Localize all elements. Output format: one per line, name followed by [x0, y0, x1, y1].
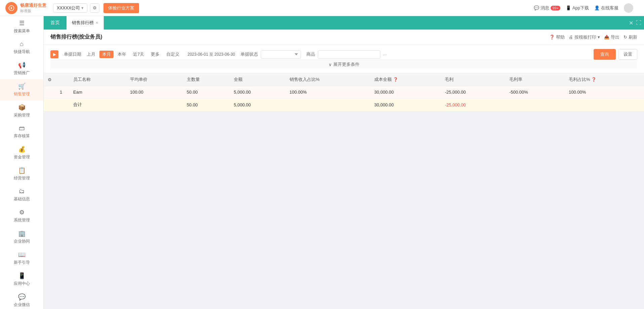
rank-cell: 1 — [56, 86, 69, 98]
query-button[interactable]: 查询 — [594, 49, 616, 60]
content-area: 首页 销售排行榜 × ✕ ⛶ 销售排行榜(按业务员) — [44, 16, 644, 309]
search-order-icon: ☰ — [19, 19, 25, 27]
print-button[interactable]: 🖨 按模板打印 ▾ — [569, 34, 600, 40]
online-service-button[interactable]: 👤 在线客服 — [594, 5, 618, 11]
col-sales-pct: 销售收入占比% — [286, 73, 370, 86]
total-avg-price-cell — [126, 98, 183, 111]
sidebar-item-system[interactable]: ⚙ 系统管理 — [0, 205, 43, 226]
date-filter: 单据日期 上月 本月 本年 近7天 更多 自定义 — [64, 51, 182, 58]
col-emp-name: 员工名称 — [69, 73, 126, 86]
date-tab-this-year[interactable]: 本年 — [115, 51, 129, 58]
wechat-icon: 💬 — [18, 293, 26, 301]
gear-button[interactable]: ⚙ — [90, 3, 99, 13]
top-bar-right: 💬 消息 99+ 📱 App下载 👤 在线客服 — [534, 3, 639, 13]
col-avg-price: 平均单价 — [126, 73, 183, 86]
export-button[interactable]: 📤 导出 — [604, 34, 619, 40]
basic-info-icon: 🗂 — [19, 188, 25, 195]
quick-nav-icon: ⌂ — [20, 41, 24, 48]
sidebar-item-sales[interactable]: 🛒 销售管理 — [0, 79, 43, 100]
col-settings[interactable]: ⚙ — [44, 73, 56, 86]
gross-rate-cell: -500.00% — [505, 86, 565, 98]
enterprise-icon: 🏢 — [18, 230, 26, 237]
qty-cell: 50.00 — [183, 86, 230, 98]
table-wrapper: ⚙ 员工名称 平均单价 主数量 全额 销售收入占比% 成本全额 ❓ 毛利 — [44, 73, 644, 111]
sidebar-item-enterprise[interactable]: 🏢 企业协同 — [0, 226, 43, 248]
sidebar-item-search-order[interactable]: ☰ 搜索菜单 — [0, 16, 43, 37]
message-button[interactable]: 💬 消息 99+ — [534, 5, 560, 11]
logo-area: 畅康通好生意 标准版 — [5, 2, 46, 14]
sidebar-item-app-center[interactable]: 📱 应用中心 — [0, 269, 43, 290]
help-icon: ❓ — [549, 35, 555, 40]
tab-home[interactable]: 首页 — [44, 16, 67, 30]
sidebar-item-business[interactable]: 📋 经营管理 — [0, 163, 43, 185]
sidebar-item-guide[interactable]: 📖 新手引导 — [0, 248, 43, 269]
filter-area: ▶ 单据日期 上月 本月 本年 近7天 更多 — [44, 45, 644, 73]
sidebar-item-basic-info[interactable]: 🗂 基础信息 — [0, 185, 43, 205]
guide-icon: 📖 — [18, 251, 26, 258]
total-gross-pct-cell — [565, 98, 644, 111]
trial-button[interactable]: 体验行业方案 — [103, 3, 139, 13]
avatar[interactable] — [624, 3, 633, 13]
col-cost-amount: 成本全额 ❓ — [370, 73, 441, 86]
page-inner: 销售排行榜(按业务员) ❓ 帮助 🖨 按模板打印 ▾ — [44, 30, 644, 111]
total-gross-profit-cell: -25,000.00 — [441, 98, 505, 111]
col-rank — [56, 73, 69, 86]
total-row: 合计 50.00 5,000.00 30,000.00 -25,000.00 — [44, 98, 644, 111]
date-tab-more[interactable]: 更多 — [148, 51, 162, 58]
total-rank-cell — [56, 98, 69, 111]
tab-close-icon[interactable]: × — [96, 20, 98, 25]
company-selector[interactable]: XXXXX公司 ▾ — [53, 3, 87, 13]
tab-bar: 首页 销售排行榜 × ✕ ⛶ — [44, 16, 644, 30]
filter-toggle-icon: ▶ — [53, 52, 56, 57]
expand-icon: ∨ — [329, 62, 332, 67]
sidebar-item-inventory[interactable]: 🗃 库存核算 — [0, 121, 43, 142]
sidebar-item-wechat[interactable]: 💬 企业微信 — [0, 290, 43, 309]
page-title: 销售排行榜(按业务员) — [50, 34, 102, 41]
tab-bar-right: ✕ ⛶ — [629, 20, 644, 26]
expand-more-button[interactable]: ∨ 展开更多条件 — [329, 61, 359, 67]
cost-help-icon[interactable]: ❓ — [393, 77, 398, 82]
sidebar-item-quick-nav[interactable]: ⌂ 快捷导航 — [0, 37, 43, 58]
goods-input[interactable] — [318, 50, 380, 59]
status-select[interactable] — [261, 50, 301, 59]
export-icon: 📤 — [604, 35, 609, 40]
more-dots[interactable]: ··· — [383, 52, 387, 57]
tab-sales-ranking[interactable]: 销售排行榜 × — [67, 16, 104, 30]
col-qty: 主数量 — [183, 73, 230, 86]
settings-button[interactable]: 设置 — [618, 49, 637, 60]
date-tab-7days[interactable]: 近7天 — [130, 51, 147, 58]
sales-icon: 🛒 — [18, 83, 26, 90]
col-gross-profit: 毛利 — [441, 73, 505, 86]
app-center-icon: 📱 — [18, 272, 26, 279]
date-tab-prev-month[interactable]: 上月 — [84, 51, 98, 58]
tab-maximize-icon[interactable]: ⛶ — [636, 20, 641, 26]
date-range-display: 2023-06-01 至 2023-06-30 — [187, 52, 235, 57]
tab-close-all-icon[interactable]: ✕ — [629, 20, 633, 26]
system-icon: ⚙ — [19, 209, 25, 216]
print-chevron-icon: ▾ — [598, 35, 600, 40]
date-tab-this-month[interactable]: 本月 — [99, 51, 114, 58]
inventory-icon: 🗃 — [19, 125, 25, 132]
gross-pct-help-icon[interactable]: ❓ — [591, 77, 596, 82]
table-body: 1 Eam 100.00 50.00 5,000.00 100.00% 30,0… — [44, 86, 644, 98]
sidebar-item-purchase[interactable]: 📦 采购管理 — [0, 100, 43, 121]
print-icon: 🖨 — [569, 35, 573, 40]
total-label-cell: 合计 — [69, 98, 126, 111]
status-filter: 单据状态 — [241, 50, 301, 59]
row-settings-cell — [44, 86, 56, 98]
main-area: ☰ 搜索菜单 ⌂ 快捷导航 📢 营销推广 🛒 销售管理 📦 采购管理 🗃 库 — [0, 16, 644, 309]
app-download-button[interactable]: 📱 App下载 — [566, 5, 589, 11]
col-gross-rate: 毛利率 — [505, 73, 565, 86]
filter-toggle-button[interactable]: ▶ — [50, 50, 58, 58]
sidebar-item-finance[interactable]: 💰 资金管理 — [0, 142, 43, 163]
date-tab-custom[interactable]: 自定义 — [164, 51, 182, 58]
sidebar-item-marketing[interactable]: 📢 营销推广 — [0, 58, 43, 79]
help-button[interactable]: ❓ 帮助 — [549, 34, 565, 40]
refresh-icon: ↻ — [624, 35, 627, 40]
refresh-button[interactable]: ↻ 刷新 — [624, 34, 637, 40]
total-qty-cell: 50.00 — [183, 98, 230, 111]
gross-profit-cell: -25,000.00 — [441, 86, 505, 98]
app-icon: 📱 — [566, 5, 571, 10]
avg-price-cell: 100.00 — [126, 86, 183, 98]
page-content: 销售排行榜(按业务员) ❓ 帮助 🖨 按模板打印 ▾ — [44, 30, 644, 309]
